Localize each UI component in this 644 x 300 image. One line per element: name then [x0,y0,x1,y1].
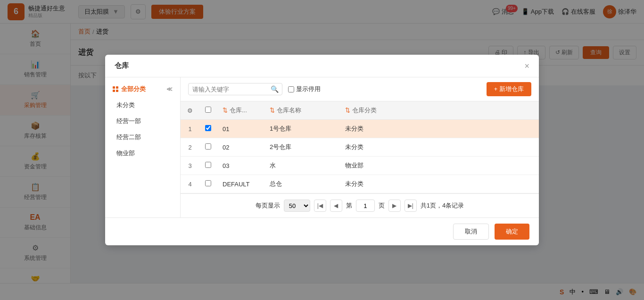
th-category: ⇅仓库分类 [339,101,539,120]
category-header: 全部分类 ≪ [105,81,180,97]
confirm-button[interactable]: 确定 [495,224,529,240]
td-checkbox [199,157,217,175]
first-page-button[interactable]: |◀ [314,200,326,212]
td-code: 01 [217,120,264,138]
category-item-uncategorized[interactable]: 未分类 [105,97,180,113]
cancel-button[interactable]: 取消 [453,224,489,240]
table-body: 1 01 1号仓库 未分类 2 [181,120,539,193]
page-size-label: 每页显示 [256,201,280,210]
prev-page-button[interactable]: ◀ [330,200,342,212]
td-code: 03 [217,157,264,175]
total-info: 共1页，4条记录 [421,201,464,210]
table-toolbar: 🔍 请输入关键字 显示停用 + 新增仓库 [181,77,539,101]
next-page-button[interactable]: ▶ [388,200,401,212]
add-warehouse-button[interactable]: + 新增仓库 [487,82,531,96]
th-checkbox [199,101,217,120]
row-checkbox[interactable] [205,125,211,131]
last-page-button[interactable]: ▶| [405,200,417,212]
row-checkbox[interactable] [205,180,211,186]
category-header-label: 全部分类 [121,85,146,93]
sort-icon: ⇅ [345,107,350,114]
page-unit: 页 [379,201,385,210]
table-container: ⚙ ⇅仓库... ⇅仓库名称 [181,101,539,193]
td-num: 2 [181,138,199,157]
th-settings: ⚙ [181,101,199,120]
select-all-checkbox[interactable] [205,107,211,113]
search-box: 🔍 [188,83,282,95]
modal-header: 仓库 × [105,55,539,77]
modal-title: 仓库 [115,61,129,70]
category-item-dept1[interactable]: 经营一部 [105,113,180,129]
warehouse-table: ⚙ ⇅仓库... ⇅仓库名称 [181,101,539,193]
search-input[interactable] [192,86,268,93]
table-row[interactable]: 1 01 1号仓库 未分类 [181,120,539,138]
td-category: 未分类 [339,175,539,193]
collapse-button[interactable]: ≪ [166,86,173,92]
modal-overlay[interactable]: 仓库 × 全部分类 ≪ 未分类 经营一部 经营二部 物业部 [0,0,644,300]
td-checkbox [199,138,217,157]
page-label: 第 [346,201,352,210]
td-code: 02 [217,138,264,157]
td-checkbox [199,175,217,193]
td-name: 总仓 [264,175,339,193]
page-input[interactable] [356,200,375,212]
row-checkbox[interactable] [205,143,211,150]
td-category: 物业部 [339,157,539,175]
td-name: 水 [264,157,339,175]
table-row[interactable]: 3 03 水 物业部 [181,157,539,175]
td-checkbox [199,120,217,138]
th-code: ⇅仓库... [217,101,264,120]
sort-icon: ⇅ [223,107,228,114]
td-num: 1 [181,120,199,138]
modal-footer: 取消 确定 [105,217,539,245]
td-code: DEFAULT [217,175,264,193]
td-category: 未分类 [339,138,539,157]
show-disabled-label[interactable]: 请输入关键字 显示停用 [288,85,321,93]
table-row[interactable]: 2 02 2号仓库 未分类 [181,138,539,157]
category-item-property[interactable]: 物业部 [105,145,180,161]
row-checkbox[interactable] [205,162,211,168]
sort-icon: ⇅ [270,107,275,114]
page-size-select[interactable]: 50 100 200 [284,200,310,212]
show-disabled-text-static: 显示停用 [296,85,321,93]
category-panel: 全部分类 ≪ 未分类 经营一部 经营二部 物业部 [105,77,181,217]
search-icon: 🔍 [271,85,279,93]
td-category: 未分类 [339,120,539,138]
category-item-dept2[interactable]: 经营二部 [105,129,180,145]
td-num: 4 [181,175,199,193]
td-num: 3 [181,157,199,175]
table-header-row: ⚙ ⇅仓库... ⇅仓库名称 [181,101,539,120]
modal-close-button[interactable]: × [524,62,529,70]
show-disabled-checkbox[interactable] [288,86,294,92]
td-name: 1号仓库 [264,120,339,138]
td-name: 2号仓库 [264,138,339,157]
modal-body: 全部分类 ≪ 未分类 经营一部 经营二部 物业部 🔍 [105,77,539,217]
warehouse-modal: 仓库 × 全部分类 ≪ 未分类 经营一部 经营二部 物业部 [105,55,539,245]
th-name: ⇅仓库名称 [264,101,339,120]
table-row[interactable]: 4 DEFAULT 总仓 未分类 [181,175,539,193]
grid-icon [113,86,118,92]
table-panel: 🔍 请输入关键字 显示停用 + 新增仓库 ⚙ [181,77,539,217]
table-pagination: 每页显示 50 100 200 |◀ ◀ 第 页 ▶ ▶| 共1页，4条记录 [181,193,539,217]
